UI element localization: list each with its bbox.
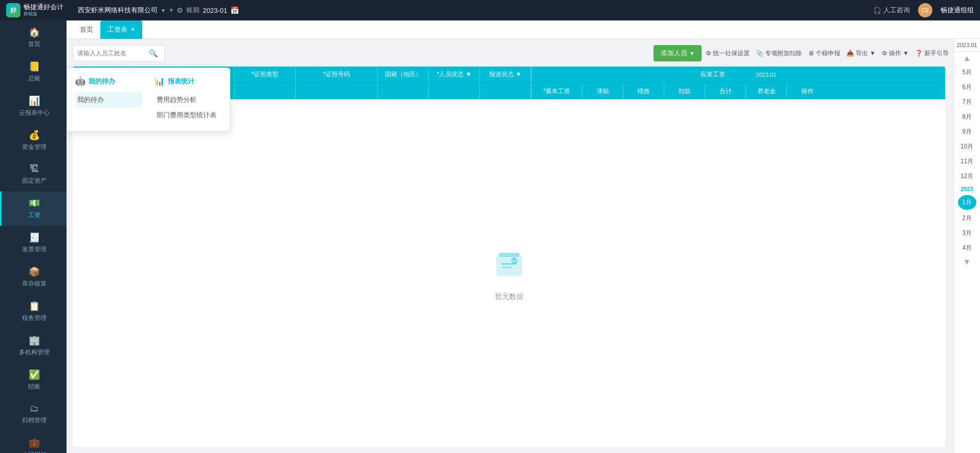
main-layout: 🏠 首页 📒 总账 📊 云报表中心 💰 资金管理 🏗 固定资产 💵 工资 🧾 发… <box>0 20 980 453</box>
export-button[interactable]: 📤 导出 ▼ <box>846 49 876 58</box>
th2-base: *基本工资 <box>531 83 582 99</box>
th2-idtype <box>234 83 296 99</box>
help-button[interactable]: 🎧 人工咨询 <box>873 6 910 15</box>
toolbar-actions: ⚙ 统一社保设置 📎 专项附加扣除 🖥 个税申报 📤 导出 ▼ <box>706 49 974 58</box>
social-security-button[interactable]: ⚙ 统一社保设置 <box>706 49 750 58</box>
dropdown-item-dept-stats[interactable]: 部门费用类型统计表 <box>155 107 222 123</box>
content-area: 首页 工资表 ✕ 🔍 添加人员 ▼ <box>67 20 980 453</box>
chart-icon: 📊 <box>155 76 165 86</box>
th-salary-group: 应发工资 2023.01 <box>531 67 945 82</box>
month-item-6[interactable]: 6月 <box>954 80 980 95</box>
op-icon: ⚙ <box>882 50 887 57</box>
month-item-11[interactable]: 11月 <box>954 154 980 169</box>
top-right: 🎧 人工咨询 CE 畅捷通组组 <box>873 3 974 17</box>
month-item-3[interactable]: 3月 <box>954 226 980 241</box>
empty-text: 暂无数据 <box>495 292 524 301</box>
settings-icon[interactable]: ⚙ <box>177 6 183 14</box>
tab-salary[interactable]: 工资表 ✕ <box>100 20 142 39</box>
empty-illustration <box>489 245 530 286</box>
sidebar-item-inventory[interactable]: 📦 库存核算 <box>0 260 67 294</box>
guide-button[interactable]: ❓ 新手引导 <box>915 49 949 58</box>
sidebar-item-multi[interactable]: 🏢 多机构管理 <box>0 329 67 363</box>
salary-year-label: 2023.01 <box>756 72 776 78</box>
calendar-icon[interactable]: 📅 <box>230 6 239 14</box>
sidebar-item-label: 发票管理 <box>22 245 47 254</box>
sidebar-item-home[interactable]: 🏠 首页 <box>0 20 67 55</box>
month-item-5[interactable]: 5月 <box>954 65 980 80</box>
empty-state: 暂无数据 <box>73 99 945 447</box>
sidebar-item-label: 小畅报销 <box>22 450 47 453</box>
add-person-button[interactable]: 添加人员 ▼ <box>654 45 702 61</box>
operation-button[interactable]: ⚙ 操作 ▼ <box>882 49 909 58</box>
archive-icon: 🗂 <box>30 403 39 414</box>
salary-icon: 💵 <box>29 198 40 209</box>
svg-rect-0 <box>496 255 522 276</box>
month-item-1[interactable]: 1月 <box>958 195 976 210</box>
tab-home[interactable]: 首页 <box>73 20 100 39</box>
th2-op: 操作 <box>787 83 828 99</box>
special-deduction-button[interactable]: 📎 专项附加扣除 <box>756 49 802 58</box>
sidebar-item-label: 固定资产 <box>22 177 47 185</box>
th2-pension: 养老金 <box>746 83 787 99</box>
op-arrow-icon: ▼ <box>903 50 909 57</box>
month-item-10[interactable]: 10月 <box>954 139 980 154</box>
export-icon: 📤 <box>846 50 854 57</box>
month-nav-header: 2023.01 <box>954 39 980 52</box>
tax-icon: 🖥 <box>808 50 814 57</box>
month-item-2[interactable]: 2月 <box>954 211 980 226</box>
sidebar-item-label: 归档管理 <box>22 416 47 425</box>
logo-text: 畅捷通好会计 <box>24 3 63 11</box>
company-name: 西安虾米网络科技有限公司 <box>78 6 158 15</box>
tab-bar: 首页 工资表 ✕ <box>67 20 980 39</box>
logo-area: 好 畅捷通好会计 财税版 <box>6 3 73 18</box>
dropdown-item-trend[interactable]: 费用趋势分析 <box>155 92 222 107</box>
tax-report-button[interactable]: 🖥 个税申报 <box>808 49 840 58</box>
month-item-7[interactable]: 7月 <box>954 95 980 110</box>
th-idtype: *证照类型 <box>234 67 296 82</box>
add-icon[interactable]: + <box>169 6 173 15</box>
sidebar-item-label: 结账 <box>28 382 40 391</box>
tab-close-icon[interactable]: ✕ <box>130 26 135 33</box>
sidebar-item-archive[interactable]: 🗂 归档管理 <box>0 397 67 431</box>
sidebar-item-finance[interactable]: 💰 资金管理 <box>0 123 67 158</box>
sidebar-item-label: 总账 <box>28 74 40 83</box>
th-idno: *证照号码 <box>296 67 378 82</box>
th-send[interactable]: 报送状态 ▼ <box>480 67 531 82</box>
th2-idno <box>296 83 378 99</box>
assets-icon: 🏗 <box>30 164 39 175</box>
month-year-label: 2023 <box>960 184 974 194</box>
sidebar-item-assets[interactable]: 🏗 固定资产 <box>0 158 67 191</box>
close-accounts-icon: ✅ <box>29 369 40 380</box>
search-input[interactable] <box>77 50 149 57</box>
finance-icon: 💰 <box>29 130 40 141</box>
sidebar-item-invoice[interactable]: 🧾 发票管理 <box>0 226 67 260</box>
month-item-4[interactable]: 4月 <box>954 241 980 255</box>
company-area[interactable]: 西安虾米网络科技有限公司 ▼ + ⚙ 账期 2023-01 📅 <box>78 6 239 15</box>
month-item-12[interactable]: 12月 <box>954 169 980 184</box>
month-nav-down-arrow[interactable]: ▼ <box>961 255 973 269</box>
sidebar-item-expense[interactable]: 💼 小畅报销 <box>0 431 67 453</box>
sidebar-item-tax[interactable]: 📋 税务管理 <box>0 294 67 329</box>
period-value: 2023-01 <box>203 7 227 14</box>
sidebar: 🏠 首页 📒 总账 📊 云报表中心 💰 资金管理 🏗 固定资产 💵 工资 🧾 发… <box>0 20 67 453</box>
chevron-down-icon: ▼ <box>161 8 166 13</box>
dropdown-col-reports: 📊 报表统计 费用趋势分析 部门费用类型统计表 <box>155 76 222 123</box>
search-box[interactable]: 🔍 <box>73 45 165 61</box>
username: 畅捷通组组 <box>941 6 974 15</box>
month-item-9[interactable]: 9月 <box>954 124 980 139</box>
sidebar-item-close[interactable]: ✅ 结账 <box>0 363 67 397</box>
month-nav-up-arrow[interactable]: ▲ <box>961 52 973 65</box>
sidebar-item-salary[interactable]: 💵 工资 <box>0 191 67 226</box>
th2-send <box>480 83 531 99</box>
sidebar-item-label: 库存核算 <box>22 279 47 288</box>
logo-sub: 财税版 <box>24 11 63 17</box>
month-item-8[interactable]: 8月 <box>954 110 980 124</box>
dropdown-col-reports-title: 📊 报表统计 <box>155 76 222 86</box>
th-status[interactable]: *人员状态 ▼ <box>429 67 480 82</box>
dropdown-item-mytodo[interactable]: 我的待办 <box>75 92 142 107</box>
social-icon: ⚙ <box>706 50 711 57</box>
export-arrow-icon: ▼ <box>869 50 876 57</box>
sidebar-item-reports[interactable]: 📊 云报表中心 <box>0 89 67 123</box>
logo-icon: 好 <box>6 3 20 17</box>
sidebar-item-ledger[interactable]: 📒 总账 <box>0 55 67 89</box>
